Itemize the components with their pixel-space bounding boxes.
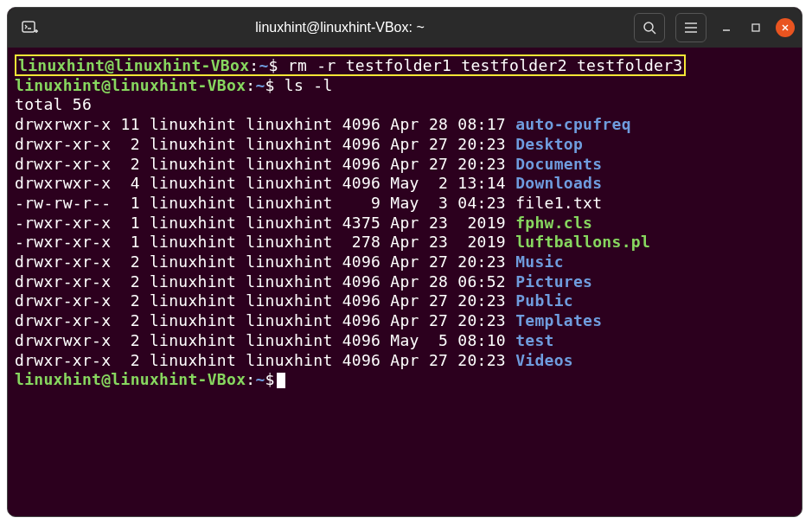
hamburger-icon <box>684 22 698 34</box>
ls-row: drwxrwxr-x 2 linuxhint linuxhint 4096 Ma… <box>15 331 795 351</box>
minimize-button[interactable] <box>717 18 736 37</box>
cursor <box>277 373 285 388</box>
maximize-icon <box>751 22 761 33</box>
ls-filename: test <box>515 331 554 349</box>
svg-rect-10 <box>752 24 759 31</box>
minimize-icon <box>721 22 732 33</box>
maximize-button[interactable] <box>746 18 765 37</box>
prompt-user: linuxhint@linuxhint-VBox <box>15 370 246 388</box>
close-button[interactable] <box>776 18 795 37</box>
prompt-path: ~ <box>255 76 265 94</box>
ls-row: drwxr-xr-x 2 linuxhint linuxhint 4096 Ap… <box>15 351 795 371</box>
search-button[interactable] <box>634 13 665 42</box>
prompt-path: ~ <box>259 56 268 74</box>
ls-filename: Documents <box>515 155 602 173</box>
ls-row: -rw-rw-r-- 1 linuxhint linuxhint 9 May 3… <box>15 194 795 214</box>
ls-filename: file1.txt <box>515 194 602 212</box>
prompt-colon: : <box>246 76 255 94</box>
prompt-colon: : <box>249 56 259 74</box>
terminal-plus-icon <box>22 19 39 36</box>
ls-filename: Videos <box>515 351 573 369</box>
ls-filename: Desktop <box>515 135 583 153</box>
prompt-user: linuxhint@linuxhint-VBox <box>18 56 249 74</box>
close-icon <box>780 22 790 33</box>
svg-rect-0 <box>22 22 35 32</box>
ls-filename: Downloads <box>515 174 602 192</box>
window-title: linuxhint@linuxhint-VBox: ~ <box>53 20 627 35</box>
prompt-dollar: $ <box>269 56 278 74</box>
menu-button[interactable] <box>675 13 707 42</box>
ls-filename: Public <box>515 291 573 310</box>
ls-filename: Templates <box>515 311 602 329</box>
ls-row: drwxr-xr-x 2 linuxhint linuxhint 4096 Ap… <box>15 252 795 272</box>
prompt-dollar: $ <box>265 76 275 94</box>
ls-row: drwxrwxr-x 11 linuxhint linuxhint 4096 A… <box>15 115 795 135</box>
ls-row: drwxr-xr-x 2 linuxhint linuxhint 4096 Ap… <box>15 272 795 292</box>
ls-row: drwxr-xr-x 2 linuxhint linuxhint 4096 Ap… <box>15 291 795 311</box>
titlebar: linuxhint@linuxhint-VBox: ~ <box>8 8 802 48</box>
ls-filename: fphw.cls <box>515 214 592 232</box>
titlebar-right <box>634 13 795 42</box>
search-icon <box>643 21 656 35</box>
ls-row: -rwxr-xr-x 1 linuxhint linuxhint 278 Apr… <box>15 233 795 252</box>
prompt-path: ~ <box>255 370 265 388</box>
ls-row: drwxr-xr-x 2 linuxhint linuxhint 4096 Ap… <box>15 311 795 331</box>
command-ls: ls -l <box>285 76 333 94</box>
terminal-line: linuxhint@linuxhint-VBox:~$ ls -l <box>15 76 795 96</box>
svg-line-5 <box>652 30 655 34</box>
command-highlighted: rm -r testfolder1 testfolder2 testfolder… <box>278 56 683 74</box>
prompt-colon: : <box>246 370 255 388</box>
ls-filename: Music <box>515 252 564 271</box>
ls-filename: luftballons.pl <box>515 233 650 251</box>
ls-filename: auto-cpufreq <box>515 115 631 133</box>
new-tab-button[interactable] <box>15 12 46 43</box>
prompt-dollar: $ <box>265 370 275 388</box>
ls-row: drwxrwxr-x 4 linuxhint linuxhint 4096 Ma… <box>15 174 795 194</box>
ls-row: drwxr-xr-x 2 linuxhint linuxhint 4096 Ap… <box>15 135 795 155</box>
ls-row: -rwxr-xr-x 1 linuxhint linuxhint 4375 Ap… <box>15 214 795 233</box>
prompt-user: linuxhint@linuxhint-VBox <box>15 76 246 94</box>
terminal-body[interactable]: linuxhint@linuxhint-VBox:~$ rm -r testfo… <box>8 48 802 399</box>
terminal-window: linuxhint@linuxhint-VBox: ~ <box>7 7 802 517</box>
ls-row: drwxr-xr-x 2 linuxhint linuxhint 4096 Ap… <box>15 155 795 175</box>
ls-filename: Pictures <box>515 272 592 291</box>
terminal-line: linuxhint@linuxhint-VBox:~$ rm -r testfo… <box>15 56 795 76</box>
terminal-line: linuxhint@linuxhint-VBox:~$ <box>15 370 795 390</box>
svg-point-4 <box>644 22 653 31</box>
ls-total: total 56 <box>15 95 795 115</box>
